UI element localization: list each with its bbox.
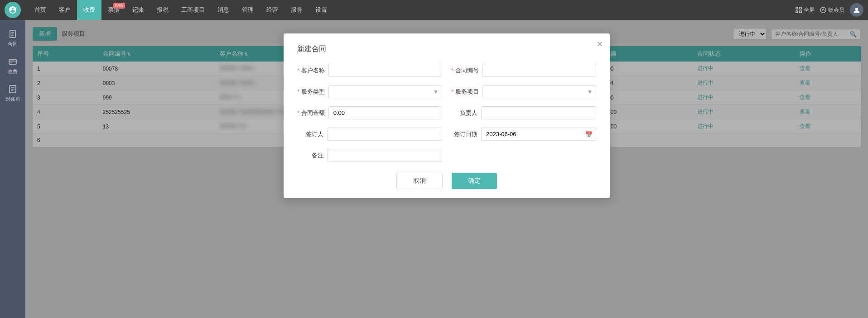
nav-right-actions: 全屏 畅会员 <box>796 3 863 17</box>
sign-date-input-wrap: 📅 <box>481 128 596 141</box>
nav-service[interactable]: 服务 <box>285 0 309 20</box>
signer-label: 签订人 <box>297 130 323 138</box>
nav-accounting[interactable]: 记账 <box>126 0 150 20</box>
nav-manage[interactable]: 管理 <box>236 0 260 20</box>
service-item-select[interactable] <box>482 85 596 98</box>
content-area: 新增 服务项目 进行中 已完成 已终止 🔍 序号 合同编号⇅ <box>25 20 868 318</box>
nav-business[interactable]: 工商项目 <box>175 0 211 20</box>
form-row-4: 签订人 签订日期 📅 <box>297 128 596 141</box>
nav-client[interactable]: 客户 <box>53 0 77 20</box>
form-group-amount: 合同金额 <box>297 106 442 119</box>
nav-home[interactable]: 首页 <box>28 0 53 20</box>
amount-label: 合同金额 <box>297 109 325 117</box>
signer-input[interactable] <box>327 128 442 141</box>
svg-rect-2 <box>796 11 798 13</box>
service-type-label: 服务类型 <box>297 88 325 96</box>
statement-icon <box>8 84 18 94</box>
confirm-button[interactable]: 确定 <box>452 173 497 189</box>
top-navigation: 首页 客户 收费 票据 new 记账 报税 工商项目 消息 管理 经营 服务 设… <box>0 0 868 20</box>
client-name-input[interactable] <box>328 64 442 77</box>
form-group-remark: 备注 <box>297 149 442 162</box>
sign-date-input[interactable] <box>481 128 596 141</box>
svg-rect-1 <box>800 7 801 9</box>
nav-operation[interactable]: 经营 <box>260 0 285 20</box>
service-item-select-wrap: ▼ <box>482 85 596 98</box>
form-row-5: 备注 <box>297 149 596 162</box>
form-row-2: 服务类型 ▼ 服务项目 ▼ <box>297 85 596 98</box>
svg-point-5 <box>855 8 858 10</box>
form-group-person: 负责人 <box>451 106 596 119</box>
sign-date-label: 签订日期 <box>451 130 477 138</box>
person-input[interactable] <box>481 106 596 119</box>
fee-icon <box>8 57 18 66</box>
form-group-contract-no: 合同编号 <box>451 64 596 77</box>
user-avatar[interactable] <box>850 3 863 17</box>
sidebar-item-contract[interactable]: 合同 <box>0 24 25 52</box>
form-group-service-type: 服务类型 ▼ <box>297 85 442 98</box>
nav-message[interactable]: 消息 <box>211 0 236 20</box>
svg-rect-10 <box>9 59 16 64</box>
sidebar: 合同 收费 对账单 <box>0 20 25 318</box>
sidebar-item-statement[interactable]: 对账单 <box>0 80 25 107</box>
client-name-label: 客户名称 <box>297 66 325 75</box>
app-logo <box>5 2 21 18</box>
service-type-select-wrap: ▼ <box>328 85 442 98</box>
calendar-icon[interactable]: 📅 <box>585 131 593 138</box>
nav-menu: 首页 客户 收费 票据 new 记账 报税 工商项目 消息 管理 经营 服务 设… <box>28 0 796 20</box>
remark-input[interactable] <box>327 149 442 162</box>
contract-icon <box>8 29 18 39</box>
modal-footer: 取消 确定 <box>297 173 596 189</box>
form-row-1: 客户名称 合同编号 <box>297 64 596 77</box>
form-group-client-name: 客户名称 <box>297 64 442 77</box>
form-group-service-item: 服务项目 ▼ <box>451 85 596 98</box>
fullscreen-btn[interactable]: 全屏 <box>796 6 815 14</box>
service-item-label: 服务项目 <box>451 88 479 96</box>
new-badge: new <box>113 3 125 9</box>
new-contract-modal: 新建合同 ✕ 客户名称 合同编号 服务类型 <box>284 33 610 198</box>
contract-no-input[interactable] <box>482 64 596 77</box>
nav-settings[interactable]: 设置 <box>309 0 333 20</box>
sidebar-item-fee[interactable]: 收费 <box>0 52 25 80</box>
modal-title: 新建合同 <box>297 44 596 54</box>
service-type-select[interactable] <box>328 85 442 98</box>
main-layout: 合同 收费 对账单 新增 服务项目 进行中 已完成 已终止 <box>0 20 868 318</box>
nav-invoice[interactable]: 票据 new <box>101 0 126 20</box>
cancel-button[interactable]: 取消 <box>396 173 443 189</box>
form-row-3: 合同金额 负责人 <box>297 106 596 119</box>
nav-tax[interactable]: 报税 <box>150 0 175 20</box>
form-group-sign-date: 签订日期 📅 <box>451 128 596 141</box>
remark-label: 备注 <box>297 152 323 160</box>
sidebar-statement-label: 对账单 <box>5 96 20 103</box>
svg-rect-3 <box>800 11 801 13</box>
form-group-signer: 签订人 <box>297 128 442 141</box>
modal-close-button[interactable]: ✕ <box>597 40 603 48</box>
amount-input[interactable] <box>328 106 442 119</box>
person-label: 负责人 <box>451 109 477 117</box>
sidebar-contract-label: 合同 <box>8 41 18 47</box>
svg-rect-0 <box>796 7 798 9</box>
modal-overlay: 新建合同 ✕ 客户名称 合同编号 服务类型 <box>25 20 868 318</box>
contract-no-label: 合同编号 <box>451 66 479 75</box>
member-btn[interactable]: 畅会员 <box>820 6 844 14</box>
sidebar-fee-label: 收费 <box>8 68 18 75</box>
nav-fee[interactable]: 收费 <box>77 0 101 20</box>
